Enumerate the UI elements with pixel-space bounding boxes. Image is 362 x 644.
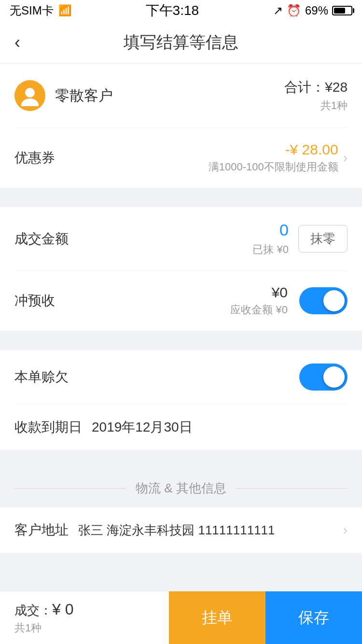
battery-text: 69% [305, 4, 328, 17]
deal-amount-sub: 已抹 ¥0 [252, 242, 289, 257]
address-section: 客户地址 张三 海淀永丰科技园 11111111111 › [0, 507, 362, 553]
section-separator-1 [0, 197, 362, 207]
coupon-right: -¥ 28.00 满1000-100不限制使用金额 › [209, 141, 348, 174]
debt-label: 本单赊欠 [14, 368, 69, 386]
coupon-row[interactable]: 优惠券 -¥ 28.00 满1000-100不限制使用金额 › [0, 128, 362, 188]
prepay-right: ¥0 应收金额 ¥0 [230, 284, 348, 317]
deal-amount-row: 成交金额 0 已抹 ¥0 抹零 [0, 207, 362, 270]
bottom-deal-amount: ¥ 0 [52, 601, 73, 618]
page-title: 填写结算等信息 [124, 31, 238, 54]
coupon-desc: 满1000-100不限制使用金额 [209, 160, 338, 174]
due-date-row: 收款到期日 2019年12月30日 [0, 405, 362, 450]
section-separator-2 [0, 340, 362, 350]
address-label: 客户地址 [14, 521, 69, 539]
customer-row: 零散客户 合计：¥28 共1种 [0, 64, 362, 127]
coupon-amount: -¥ 28.00 [209, 141, 338, 158]
coupon-info: -¥ 28.00 满1000-100不限制使用金额 [209, 141, 338, 174]
main-content: 零散客户 合计：¥28 共1种 优惠券 -¥ 28.00 满1000-100不限… [0, 64, 362, 644]
prepay-toggle[interactable] [299, 287, 348, 314]
prepay-amount: ¥0 [230, 284, 288, 301]
address-row[interactable]: 客户地址 张三 海淀永丰科技园 11111111111 › [0, 507, 362, 553]
logistics-line-right [236, 488, 348, 489]
hang-button[interactable]: 挂单 [169, 591, 265, 644]
total-count: 共1种 [284, 98, 348, 113]
address-value: 张三 海淀永丰科技园 11111111111 [78, 522, 343, 539]
status-bar: 无SIM卡 📶 下午3:18 ↗ ⏰ 69% [0, 0, 362, 21]
nav-bar: ‹ 填写结算等信息 [0, 21, 362, 64]
logistics-line-left [14, 488, 126, 489]
deal-amount-label: 成交金额 [14, 230, 69, 248]
prepay-row: 冲预收 ¥0 应收金额 ¥0 [0, 271, 362, 331]
customer-left: 零散客户 [14, 80, 113, 111]
location-icon: ↗ [273, 4, 283, 17]
wifi-icon: 📶 [58, 4, 71, 17]
customer-total: 合计：¥28 共1种 [284, 78, 348, 113]
bottom-deal-label: 成交： [14, 603, 52, 617]
status-left: 无SIM卡 📶 [10, 3, 71, 18]
status-time: 下午3:18 [146, 1, 199, 20]
chevron-right-icon: › [343, 150, 348, 166]
due-date-label: 收款到期日 [14, 418, 82, 436]
logistics-divider: 物流 & 其他信息 [14, 480, 348, 497]
prepay-label: 冲预收 [14, 292, 55, 310]
bottom-deal: 成交：¥ 0 [14, 601, 154, 619]
due-date-value: 2019年12月30日 [92, 418, 193, 436]
svg-point-0 [25, 88, 35, 98]
status-right: ↗ ⏰ 69% [273, 4, 352, 17]
deal-amount-section: 成交金额 0 已抹 ¥0 抹零 冲预收 ¥0 应收金额 ¥0 [0, 207, 362, 331]
deal-amount-right: 0 已抹 ¥0 [252, 221, 289, 257]
bottom-bar: 成交：¥ 0 共1种 挂单 保存 [0, 591, 362, 644]
debt-section: 本单赊欠 收款到期日 2019年12月30日 [0, 350, 362, 450]
logistics-section: 物流 & 其他信息 [0, 469, 362, 507]
avatar [14, 80, 45, 111]
address-chevron-icon: › [343, 522, 348, 538]
user-icon [19, 85, 41, 106]
customer-section: 零散客户 合计：¥28 共1种 优惠券 -¥ 28.00 满1000-100不限… [0, 64, 362, 188]
svg-point-1 [21, 98, 39, 106]
battery-icon [332, 6, 352, 15]
debt-toggle-knob [323, 366, 345, 388]
alarm-icon: ⏰ [287, 4, 301, 17]
coupon-label: 优惠券 [14, 149, 55, 167]
round-zero-button[interactable]: 抹零 [298, 225, 348, 252]
customer-name: 零散客户 [55, 86, 113, 106]
toggle-knob [323, 290, 345, 311]
total-amount: 合计：¥28 [284, 78, 348, 97]
debt-row: 本单赊欠 [0, 350, 362, 404]
prepay-amount-group: ¥0 应收金额 ¥0 [230, 284, 288, 317]
deal-amount-value: 0 [279, 221, 289, 239]
bottom-summary: 成交：¥ 0 共1种 [0, 601, 169, 635]
debt-toggle[interactable] [299, 364, 348, 391]
carrier-text: 无SIM卡 [10, 3, 54, 18]
section-separator-3 [0, 460, 362, 469]
save-button[interactable]: 保存 [265, 591, 362, 644]
bottom-count: 共1种 [14, 621, 154, 635]
logistics-text: 物流 & 其他信息 [136, 480, 226, 497]
back-button[interactable]: ‹ [14, 32, 20, 53]
prepay-sub: 应收金额 ¥0 [230, 303, 288, 317]
